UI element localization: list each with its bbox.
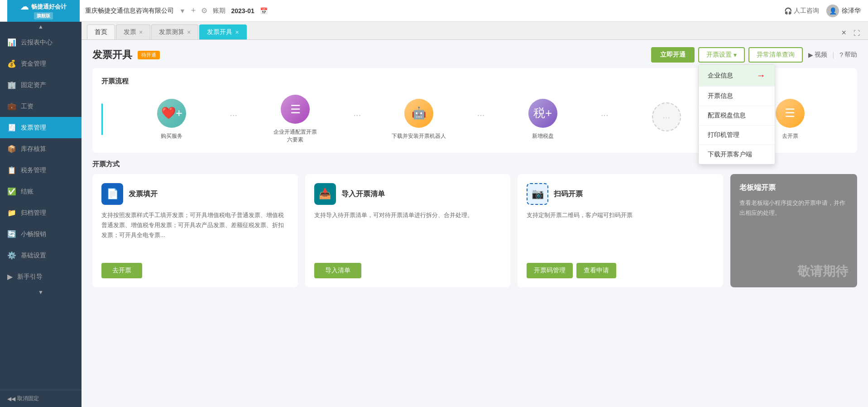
sidebar-scroll-down[interactable]: ▼ [0,287,82,297]
tab-estimate[interactable]: 发票测算 × [151,24,198,39]
card2-title: 导入开票清单 [341,189,385,199]
settings-icon[interactable]: ⚙ [201,6,207,15]
assets-icon: 🏢 [7,81,16,89]
tab-estimate-close[interactable]: × [187,29,191,36]
flow-arrow-4: ··· [601,110,609,120]
invoice-icon: 🧾 [7,123,16,132]
settings2-icon: ⚙️ [7,251,16,260]
dropdown-item-company[interactable]: 企业信息 → [699,65,775,86]
dropdown-item-printer[interactable]: 打印机管理 [699,125,775,145]
toolbar: 立即开通 开票设置 ▾ 企业信息 → [651,47,857,63]
divider: | [833,51,834,58]
billing-methods-section: 开票方式 📄 发票填开 支持按照发票样式手工填开发票；可开具增值税电子普通发票、… [92,160,857,287]
sidebar-item-settings[interactable]: ⚙️ 基础设置 [0,245,82,266]
step1-icon: ❤️+ [157,99,186,128]
tab-invoice-close[interactable]: × [139,29,143,36]
tab-issue-close[interactable]: × [235,29,239,36]
salary-icon: 💼 [7,102,16,111]
tab-home[interactable]: 首页 [87,24,115,39]
card4-desc: 查看老板端小程序提交的开票申请，并作出相应的处理。 [739,198,848,218]
tab-issue[interactable]: 发票开具 × [199,24,246,39]
sidebar-item-funds[interactable]: 💰 资金管理 [0,53,82,74]
step1-label: 购买服务 [161,132,182,140]
card4-title: 老板端开票 [739,183,848,193]
user-area[interactable]: 👤 徐泽华 [826,5,861,17]
maximize-btn[interactable]: ⛶ [851,29,863,37]
step3-icon: 🤖 [404,99,433,128]
flow-arrow-2: ··· [354,110,361,120]
card3-btn2[interactable]: 查看申请 [576,263,616,278]
main-area: 首页 发票 × 发票测算 × 发票开具 × × ⛶ [82,22,868,407]
video-label: 视频 [815,51,827,59]
card1-btn[interactable]: 去开票 [101,263,142,278]
sidebar-item-invoice[interactable]: 🧾 发票管理 [0,117,82,138]
sidebar-item-salary[interactable]: 💼 工资 [0,96,82,117]
dropdown-item-invoice-info[interactable]: 开票信息 [699,86,775,106]
logo-text: 畅捷通好会计 [31,3,67,11]
abnormal-button[interactable]: 异常清单查询 [748,47,803,63]
expense-icon: 🔄 [7,230,16,238]
sidebar-item-label: 新手引导 [17,273,43,281]
sidebar-item-label: 资金管理 [21,60,46,68]
support-label: 人工咨询 [794,7,819,15]
sidebar-item-inventory[interactable]: 📦 库存核算 [0,138,82,160]
support-btn[interactable]: 🎧 人工咨询 [784,7,819,15]
settings-button[interactable]: 开票设置 ▾ [698,47,745,63]
billing-card-4: 老板端开票 查看老板端小程序提交的开票申请，并作出相应的处理。 敬请期待 [730,174,857,287]
page-header: 发票开具 待开通 立即开通 开票设置 ▾ 企业信息 [82,40,868,68]
yunbiaobiao-icon: 📊 [7,38,16,47]
close-btn[interactable]: × [839,28,849,38]
help-area: ▶ 视频 | ? 帮助 [808,51,857,59]
sidebar-item-guide[interactable]: ▶ 新手引导 [0,266,82,287]
flow-arrow-3: ··· [477,110,485,120]
card2-btn[interactable]: 导入清单 [314,263,361,278]
billing-card-2: 📥 导入开票清单 支持导入待开票清单，可对待开票清单进行拆分、合并处理。 导入清… [305,174,511,287]
funds-icon: 💰 [7,59,16,68]
billing-card-1: 📄 发票填开 支持按照发票样式手工填开发票；可开具增值税电子普通发票、增值税普通… [92,174,298,287]
card2-desc: 支持导入待开票清单，可对待开票清单进行拆分、合并处理。 [314,210,502,256]
step6-icon: ☰ [776,99,805,128]
sidebar-item-label: 工资 [21,102,34,111]
guide-icon: ▶ [7,272,13,281]
card3-btn1[interactable]: 开票码管理 [527,263,573,278]
sidebar-item-assets[interactable]: 🏢 固定资产 [0,74,82,96]
sidebar-item-label: 税务管理 [21,166,46,174]
tab-invoice-label: 发票 [124,28,136,36]
card2-icon: 📥 [314,183,336,205]
settings-dropdown: 企业信息 → 开票信息 配置税盘信息 打印机管理 [698,64,775,165]
tab-invoice[interactable]: 发票 × [116,24,150,39]
dropdown-item-download[interactable]: 下载开票客户端 [699,145,775,164]
header-right: 🎧 人工咨询 👤 徐泽华 [784,5,861,17]
step3-label: 下载并安装开票机器人 [392,132,446,140]
headphone-icon: 🎧 [784,7,792,15]
video-button[interactable]: ▶ 视频 [808,51,827,59]
dropdown-item-tax[interactable]: 配置税盘信息 [699,106,775,125]
header: ☁ 畅捷通好会计 旗舰版 重庆畅捷交通信息咨询有限公司 ▼ + ⚙ 账期 202… [0,0,868,22]
calendar-icon[interactable]: 📅 [260,7,268,15]
sidebar-scroll-up[interactable]: ▲ [0,22,82,32]
sidebar-item-yunbiaobiao[interactable]: 📊 云报表中心 [0,32,82,53]
card3-title: 扫码开票 [554,189,583,199]
company-dropdown-icon[interactable]: ▼ [179,7,186,15]
flow-step-2: ☰ 企业开通配置开票六要素 [237,95,353,144]
step2-icon: ☰ [281,95,310,124]
sidebar-item-archive[interactable]: 📁 归档管理 [0,202,82,223]
add-company-icon[interactable]: + [191,6,196,15]
sidebar-item-tax[interactable]: 📋 税务管理 [0,160,82,181]
flow-step-1: ❤️+ 购买服务 [114,99,230,140]
period-value: 2023-01 [231,7,254,15]
sidebar-item-expense[interactable]: 🔄 小畅报销 [0,223,82,245]
tab-estimate-label: 发票测算 [159,28,184,36]
activate-button[interactable]: 立即开通 [651,47,695,63]
status-badge: 待开通 [138,51,160,59]
unpin-btn[interactable]: ◀◀ 取消固定 [0,390,82,407]
chevron-down-icon: ▾ [734,51,737,58]
tabs-bar: 首页 发票 × 发票测算 × 发票开具 × × ⛶ [82,22,868,40]
settings-button-label: 开票设置 [706,51,732,59]
help-button[interactable]: ? 帮助 [839,51,857,59]
sidebar-item-settle[interactable]: ✅ 结账 [0,181,82,202]
flow-step-4: 税+ 新增税盘 [484,99,600,140]
red-arrow-icon: → [757,70,766,81]
card1-desc: 支持按照发票样式手工填开发票；可开具增值税电子普通发票、增值税普通发票、增值税专… [101,210,289,256]
sidebar: ▲ 📊 云报表中心 💰 资金管理 🏢 固定资产 💼 工资 🧾 发票管理 📦 库存… [0,22,82,407]
